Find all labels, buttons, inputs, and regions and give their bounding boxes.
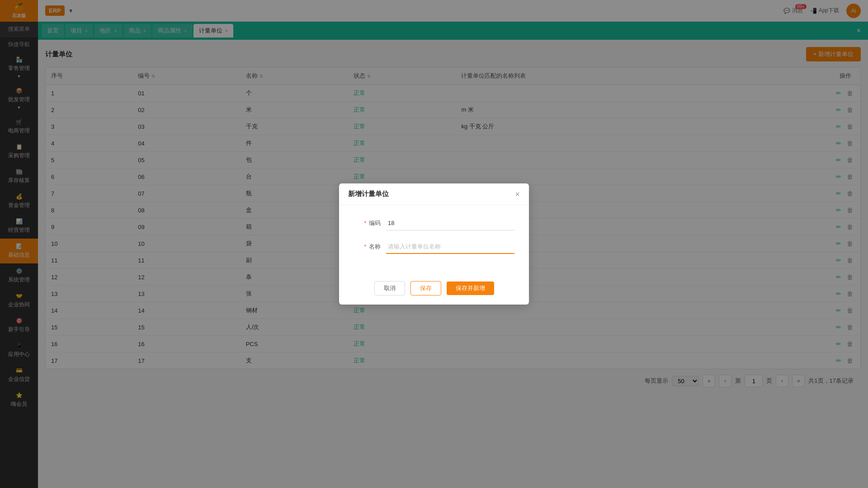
save-button[interactable]: 保存 [410, 281, 441, 296]
dialog-close-button[interactable]: × [515, 190, 520, 198]
dialog-footer: 取消 保存 保存并新增 [339, 274, 529, 305]
form-row-name: * 名称 [354, 239, 514, 254]
save-and-new-button[interactable]: 保存并新增 [447, 282, 494, 295]
dialog-overlay[interactable]: 新增计量单位 × * 编码 * 名称 取消 保存 保存并新增 [0, 0, 868, 488]
form-row-code: * 编码 [354, 216, 514, 230]
dialog-body: * 编码 * 名称 [339, 205, 529, 274]
add-unit-dialog: 新增计量单位 × * 编码 * 名称 取消 保存 保存并新增 [339, 183, 529, 305]
dialog-header: 新增计量单位 × [339, 183, 529, 205]
unit-name-input[interactable] [386, 239, 514, 254]
code-label: * 编码 [354, 219, 381, 227]
name-label: * 名称 [354, 243, 381, 251]
code-input[interactable] [386, 216, 514, 230]
cancel-button[interactable]: 取消 [374, 281, 405, 296]
dialog-title: 新增计量单位 [348, 190, 389, 198]
